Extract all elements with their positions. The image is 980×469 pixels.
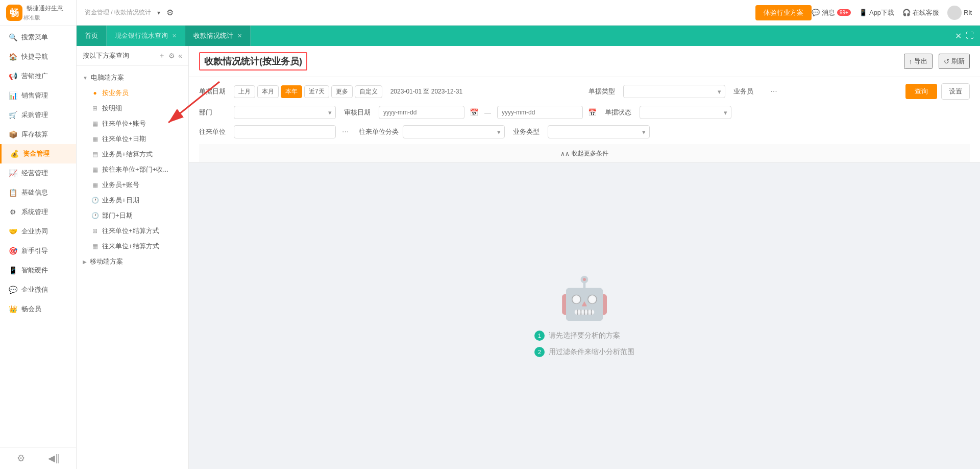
tab-bank-close[interactable]: ✕ bbox=[172, 33, 177, 39]
scheme-item-label: 按业务员 bbox=[102, 88, 129, 98]
scheme-item-sales-settle[interactable]: ▤ 业务员+结算方式 bbox=[77, 147, 188, 162]
settings-filter-btn[interactable]: 设置 bbox=[941, 83, 970, 100]
sidebar-item-purchase[interactable]: 🛒 采购管理 bbox=[0, 105, 76, 125]
scheme-collapse-icon[interactable]: « bbox=[178, 52, 182, 60]
scheme-panel-header: 按以下方案查询 ＋ ⚙ « bbox=[77, 46, 188, 66]
app-logo-icon: 畅 bbox=[6, 5, 22, 21]
date-btn-this-year[interactable]: 本年 bbox=[281, 85, 302, 98]
salesperson-more-btn[interactable]: ··· bbox=[768, 87, 779, 96]
filter-biz-type-item: 业务类型 bbox=[513, 125, 650, 138]
sidebar-item-label: 营销推广 bbox=[21, 72, 48, 81]
doctype-label: 单据类型 bbox=[589, 87, 619, 96]
sidebar-item-wechat[interactable]: 💬 企业微信 bbox=[0, 280, 76, 299]
sidebar-item-basicinfo[interactable]: 📋 基础信息 bbox=[0, 183, 76, 202]
settings-bottom-icon[interactable]: ⚙ bbox=[17, 453, 25, 464]
scheme-item-sales-account[interactable]: ▦ 业务员+账号 bbox=[77, 177, 188, 193]
tab-home[interactable]: 首页 bbox=[77, 26, 107, 46]
refresh-btn[interactable]: ↺ 刷新 bbox=[939, 54, 970, 69]
review-date-from[interactable] bbox=[379, 106, 464, 119]
biz-type-select[interactable] bbox=[548, 125, 650, 138]
tab-home-label: 首页 bbox=[85, 31, 98, 40]
empty-tips: 1 请先选择要分析的方案 2 用过滤条件来缩小分析范围 bbox=[534, 331, 634, 357]
trial-btn[interactable]: 体验行业方案 bbox=[755, 5, 812, 20]
scheme-item-partner-account[interactable]: ▦ 往来单位+账号 bbox=[77, 116, 188, 131]
scheme-item-partner-settle2[interactable]: ▦ 往来单位+结算方式 bbox=[77, 239, 188, 254]
sidebar-item-member[interactable]: 👑 畅会员 bbox=[0, 299, 76, 319]
tip-text-2: 用过滤条件来缩小分析范围 bbox=[549, 347, 634, 357]
salesperson-label: 业务员 bbox=[733, 87, 764, 96]
dept-select-wrap bbox=[234, 106, 336, 119]
sidebar-item-search[interactable]: 🔍 搜索菜单 bbox=[0, 28, 76, 47]
close-all-icon[interactable]: ✕ bbox=[955, 31, 962, 41]
biz-type-label: 业务类型 bbox=[513, 127, 544, 136]
expand-icon[interactable]: ⛶ bbox=[966, 31, 974, 40]
topbar-dropdown[interactable]: ▾ bbox=[157, 9, 160, 16]
scheme-add-icon[interactable]: ＋ bbox=[158, 51, 165, 60]
scheme-item-partner-date[interactable]: ▦ 往来单位+日期 bbox=[77, 131, 188, 147]
scheme-group-pc-header[interactable]: ▼ 电脑端方案 bbox=[77, 70, 188, 85]
partner-more-btn[interactable]: ··· bbox=[340, 127, 351, 136]
tabbar-actions: ✕ ⛶ bbox=[949, 26, 980, 46]
docstatus-select[interactable] bbox=[640, 106, 731, 119]
scheme-group-mobile-header[interactable]: ▶ 移动端方案 bbox=[77, 254, 188, 269]
date-btn-custom[interactable]: 自定义 bbox=[355, 85, 382, 98]
filter-row-3: 往来单位 ··· 往来单位分类 业务类型 bbox=[199, 125, 970, 138]
collapse-bar[interactable]: ∧∧ 收起更多条件 bbox=[199, 145, 970, 162]
scheme-item-label: 往来单位+结算方式 bbox=[102, 242, 159, 251]
date-options-group: 上月 本月 本年 近7天 更多 自定义 bbox=[234, 85, 382, 98]
partner-dept-icon: ▦ bbox=[91, 166, 99, 174]
page-header: 收款情况统计(按业务员) ↑ 导出 ↺ 刷新 bbox=[189, 46, 980, 77]
partner-type-select-wrap bbox=[403, 125, 505, 138]
date-btn-last-month[interactable]: 上月 bbox=[234, 85, 255, 98]
tab-collection-close[interactable]: ✕ bbox=[237, 33, 242, 39]
review-date-to[interactable] bbox=[497, 106, 583, 119]
filter-dept-item: 部门 bbox=[199, 106, 336, 119]
topbar-breadcrumb: 资金管理 / 收款情况统计 bbox=[85, 8, 151, 17]
sidebar-item-label: 经营管理 bbox=[21, 169, 48, 178]
partner-input[interactable] bbox=[234, 125, 336, 138]
sidebar-item-marketing[interactable]: 📢 营销推广 bbox=[0, 66, 76, 86]
partner-type-select[interactable] bbox=[403, 125, 505, 138]
export-btn[interactable]: ↑ 导出 bbox=[904, 54, 933, 69]
tab-collection-stats[interactable]: 收款情况统计 ✕ bbox=[185, 26, 251, 46]
user-item[interactable]: Rit bbox=[947, 6, 972, 20]
message-item[interactable]: 💬 消息 99+ bbox=[812, 8, 851, 17]
scheme-item-dept-date[interactable]: 🕐 部门+日期 bbox=[77, 208, 188, 223]
calendar-from-icon[interactable]: 📅 bbox=[470, 108, 478, 116]
sidebar-item-system[interactable]: ⚙ 系统管理 bbox=[0, 202, 76, 222]
sidebar-item-finance[interactable]: 💰 资金管理 bbox=[0, 144, 76, 163]
content-area: 按以下方案查询 ＋ ⚙ « ▼ 电脑端方案 ● 按业务员 bbox=[77, 46, 980, 469]
sidebar-item-enterprise[interactable]: 🤝 企业协同 bbox=[0, 222, 76, 241]
scheme-item-partner-dept[interactable]: ▦ 按往来单位+部门+收... bbox=[77, 162, 188, 177]
topbar: 资金管理 / 收款情况统计 ▾ ⚙ 体验行业方案 💬 消息 99+ 📱 App下… bbox=[77, 0, 980, 26]
doctype-select[interactable] bbox=[623, 85, 725, 98]
scheme-item-by-detail[interactable]: ⊞ 按明细 bbox=[77, 101, 188, 116]
message-badge: 99+ bbox=[837, 9, 851, 16]
sidebar-item-inventory[interactable]: 📦 库存核算 bbox=[0, 125, 76, 144]
calendar-to-icon[interactable]: 📅 bbox=[588, 108, 597, 116]
scheme-panel-actions: ＋ ⚙ « bbox=[158, 51, 182, 60]
sidebar-item-hardware[interactable]: 📱 智能硬件 bbox=[0, 261, 76, 280]
sidebar-item-newbie[interactable]: 🎯 新手引导 bbox=[0, 241, 76, 261]
sidebar-item-sales[interactable]: 📊 销售管理 bbox=[0, 86, 76, 105]
collapse-sidebar-icon[interactable]: ◀‖ bbox=[48, 453, 60, 464]
scheme-item-sales-date[interactable]: 🕐 业务员+日期 bbox=[77, 193, 188, 208]
sidebar-item-quicknav[interactable]: 🏠 快捷导航 bbox=[0, 47, 76, 66]
date-btn-7days[interactable]: 近7天 bbox=[304, 85, 329, 98]
app-download-item[interactable]: 📱 App下载 bbox=[859, 8, 894, 17]
scheme-item-by-salesperson[interactable]: ● 按业务员 bbox=[77, 85, 188, 101]
scheme-item-partner-settle1[interactable]: ⊞ 往来单位+结算方式 bbox=[77, 223, 188, 239]
scheme-item-label: 往来单位+账号 bbox=[102, 119, 146, 128]
online-service-item[interactable]: 🎧 在线客服 bbox=[902, 8, 939, 17]
sidebar-nav: 🔍 搜索菜单 🏠 快捷导航 📢 营销推广 📊 销售管理 🛒 采购管理 📦 库存核… bbox=[0, 26, 76, 447]
query-btn[interactable]: 查询 bbox=[905, 84, 937, 99]
sales-account-icon: ▦ bbox=[91, 181, 99, 189]
scheme-settings-icon[interactable]: ⚙ bbox=[168, 52, 175, 60]
sidebar-item-label: 企业协同 bbox=[21, 227, 48, 236]
date-btn-more[interactable]: 更多 bbox=[331, 85, 353, 98]
date-btn-this-month[interactable]: 本月 bbox=[257, 85, 279, 98]
tab-bank-flow[interactable]: 现金银行流水查询 ✕ bbox=[107, 26, 185, 46]
dept-select[interactable] bbox=[234, 106, 336, 119]
topbar-settings-icon[interactable]: ⚙ bbox=[166, 8, 174, 17]
sidebar-item-operations[interactable]: 📈 经营管理 bbox=[0, 163, 76, 183]
